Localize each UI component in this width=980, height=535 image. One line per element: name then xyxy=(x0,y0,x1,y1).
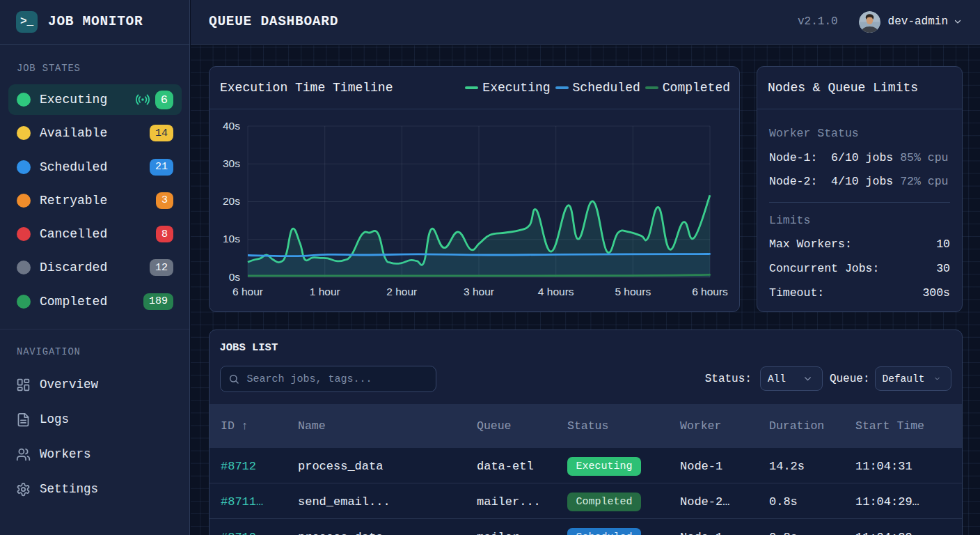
svg-text:6 hours: 6 hours xyxy=(692,286,728,297)
svg-text:6 hour: 6 hour xyxy=(232,286,263,297)
svg-text:1 hour: 1 hour xyxy=(310,286,340,297)
svg-text:40s: 40s xyxy=(223,120,240,132)
svg-text:4 hours: 4 hours xyxy=(538,286,574,297)
svg-text:2 hour: 2 hour xyxy=(386,286,417,297)
svg-text:3 hour: 3 hour xyxy=(464,286,494,297)
svg-text:10s: 10s xyxy=(223,233,240,245)
svg-text:0s: 0s xyxy=(229,271,241,283)
svg-text:5 hours: 5 hours xyxy=(615,286,651,297)
svg-text:20s: 20s xyxy=(223,195,240,207)
svg-text:30s: 30s xyxy=(223,157,240,169)
